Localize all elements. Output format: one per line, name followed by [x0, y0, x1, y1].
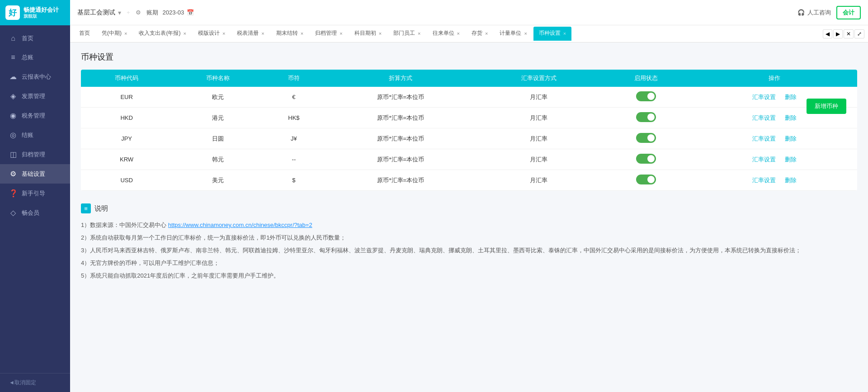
table-row: EUR 欧元 € 原币*汇率=本位币 月汇率 汇率设置 删除	[81, 87, 857, 108]
tab-close-template[interactable]: ×	[222, 31, 225, 36]
tab-home[interactable]: 首页	[74, 27, 95, 41]
sidebar-item-invoice[interactable]: ◈ 发票管理	[0, 86, 70, 106]
delete-link[interactable]: 删除	[785, 177, 797, 184]
app-logo: 好 畅捷通好会计 旗舰版	[0, 0, 70, 25]
enabled-toggle[interactable]	[600, 108, 692, 128]
account-button[interactable]: 会计	[836, 6, 861, 19]
archive-icon: ◫	[9, 150, 17, 159]
toggle-switch[interactable]	[636, 91, 656, 101]
period-value: 2023-03	[163, 9, 184, 16]
ledger-icon: ≡	[9, 53, 17, 61]
tab-close-unit[interactable]: ×	[524, 31, 527, 36]
rate-type: 月汇率	[477, 108, 600, 128]
rate-setting-link[interactable]: 汇率设置	[752, 177, 776, 184]
tab-expand-button[interactable]: ⤢	[854, 29, 864, 38]
sidebar-item-tax[interactable]: ◉ 税务管理	[0, 106, 70, 125]
rate-setting-link[interactable]: 汇率设置	[752, 114, 776, 121]
tab-currency[interactable]: 币种设置×	[533, 27, 571, 41]
company-selector[interactable]: 基层工会测试 ▾	[77, 9, 121, 17]
service-button[interactable]: 🎧 人工咨询	[797, 9, 831, 17]
sidebar-label-checkout: 结账	[22, 131, 33, 139]
tab-close-inventory[interactable]: ×	[485, 31, 488, 36]
main-area: 基层工会测试 ▾ + ⚙ 账期 2023-03 📅 🎧 人工咨询 会计 首页凭(…	[70, 0, 868, 392]
enabled-toggle[interactable]	[600, 170, 692, 191]
rate-setting-link[interactable]: 汇率设置	[752, 135, 776, 142]
calc-method: 原币*汇率=本位币	[324, 128, 477, 149]
table: 币种代码币种名称币符折算方式汇率设置方式启用状态操作 EUR 欧元 € 原币*汇…	[81, 70, 857, 191]
tab-close-subjects[interactable]: ×	[379, 31, 382, 36]
tab-label-subjects: 科目期初	[354, 29, 376, 37]
enabled-toggle[interactable]	[600, 149, 692, 170]
tab-income[interactable]: 收入支出表(年报)×	[133, 27, 191, 41]
note-item: 2）系统自动获取每月第一个工作日的汇率标价，统一为直接标价法，即1外币可以兑换的…	[81, 231, 857, 244]
sidebar-label-guide: 新手引导	[22, 189, 45, 198]
new-currency-button[interactable]: 新增币种	[807, 99, 846, 114]
logo-text: 畅捷通好会计 旗舰版	[24, 6, 59, 19]
sidebar-item-archive[interactable]: ◫ 归档管理	[0, 145, 70, 164]
tab-period_end[interactable]: 期末结转×	[271, 27, 309, 41]
rate-setting-link[interactable]: 汇率设置	[752, 156, 776, 163]
delete-link[interactable]: 删除	[785, 135, 797, 142]
sidebar-item-guide[interactable]: ❓ 新手引导	[0, 184, 70, 203]
tab-template[interactable]: 模版设计×	[193, 27, 231, 41]
sidebar-label-vip: 畅会员	[22, 209, 39, 217]
currency-code: HKD	[81, 108, 172, 128]
sidebar-item-vip[interactable]: ◇ 畅会员	[0, 203, 70, 222]
tab-close-dept[interactable]: ×	[418, 31, 420, 36]
currency-symbol: --	[264, 149, 324, 170]
delete-link[interactable]: 删除	[785, 156, 797, 163]
sidebar-label-archive: 归档管理	[22, 151, 45, 159]
sidebar-label-reports: 云报表中心	[22, 73, 51, 81]
tab-close-archive[interactable]: ×	[340, 31, 342, 36]
period-selector: 账期 2023-03 📅	[146, 9, 194, 17]
tab-close-tax[interactable]: ×	[261, 31, 264, 36]
tab-subjects[interactable]: 科目期初×	[349, 27, 387, 41]
tax-icon: ◉	[9, 111, 17, 120]
calc-method: 原币*汇率=本位币	[324, 170, 477, 191]
tab-navigation: ◀ ▶ ✕ ⤢	[823, 29, 864, 38]
vip-icon: ◇	[9, 208, 17, 217]
settings-icon[interactable]: ⚙	[136, 9, 141, 16]
tab-archive[interactable]: 归档管理×	[310, 27, 348, 41]
delete-link[interactable]: 删除	[785, 114, 797, 121]
tab-close-voucher[interactable]: ×	[124, 31, 127, 36]
tab-close-currency[interactable]: ×	[563, 31, 566, 36]
sidebar-label-basic: 基础设置	[22, 170, 45, 178]
basic-icon: ⚙	[9, 170, 17, 178]
topbar-right: 🎧 人工咨询 会计	[797, 6, 861, 19]
tab-close-period_end[interactable]: ×	[301, 31, 303, 36]
sidebar-item-basic[interactable]: ⚙ 基础设置	[0, 164, 70, 184]
tab-next-button[interactable]: ▶	[833, 29, 843, 38]
tab-close-partner[interactable]: ×	[457, 31, 460, 36]
tab-inventory[interactable]: 存货×	[466, 27, 493, 41]
rate-setting-link[interactable]: 汇率设置	[752, 94, 776, 100]
sidebar-footer[interactable]: ◄取消固定	[0, 373, 70, 392]
content-area: 币种设置 新增币种 币种代码币种名称币符折算方式汇率设置方式启用状态操作 EUR…	[70, 43, 868, 392]
sidebar-item-home[interactable]: ⌂ 首页	[0, 29, 70, 48]
calendar-icon[interactable]: 📅	[187, 9, 194, 16]
tab-dept[interactable]: 部门员工×	[388, 27, 426, 41]
enabled-toggle[interactable]	[600, 128, 692, 149]
table-row: JPY 日圆 J¥ 原币*汇率=本位币 月汇率 汇率设置 删除	[81, 128, 857, 149]
currency-name: 港元	[172, 108, 264, 128]
topbar: 基层工会测试 ▾ + ⚙ 账期 2023-03 📅 🎧 人工咨询 会计	[70, 0, 868, 25]
tab-close-all-button[interactable]: ✕	[844, 29, 854, 38]
toggle-switch[interactable]	[636, 112, 656, 122]
sidebar-item-reports[interactable]: ☁ 云报表中心	[0, 67, 70, 86]
china-money-link[interactable]: https://www.chinamoney.com.cn/chinese/bk…	[168, 222, 312, 228]
enabled-toggle[interactable]	[600, 87, 692, 108]
sidebar-item-checkout[interactable]: ◎ 结账	[0, 125, 70, 145]
tab-prev-button[interactable]: ◀	[823, 29, 832, 38]
delete-link[interactable]: 删除	[785, 94, 797, 100]
tab-unit[interactable]: 计量单位×	[494, 27, 532, 41]
toggle-switch[interactable]	[636, 133, 656, 143]
toggle-switch[interactable]	[636, 175, 656, 184]
sidebar-item-ledger[interactable]: ≡ 总账	[0, 48, 70, 67]
toggle-switch[interactable]	[636, 154, 656, 164]
tab-partner[interactable]: 往来单位×	[427, 27, 465, 41]
tab-close-income[interactable]: ×	[183, 31, 186, 36]
actions: 汇率设置 删除	[692, 128, 857, 149]
tab-voucher[interactable]: 凭(中期)×	[96, 27, 132, 41]
tab-tax[interactable]: 税表清册×	[231, 27, 269, 41]
currency-symbol: HK$	[264, 108, 324, 128]
